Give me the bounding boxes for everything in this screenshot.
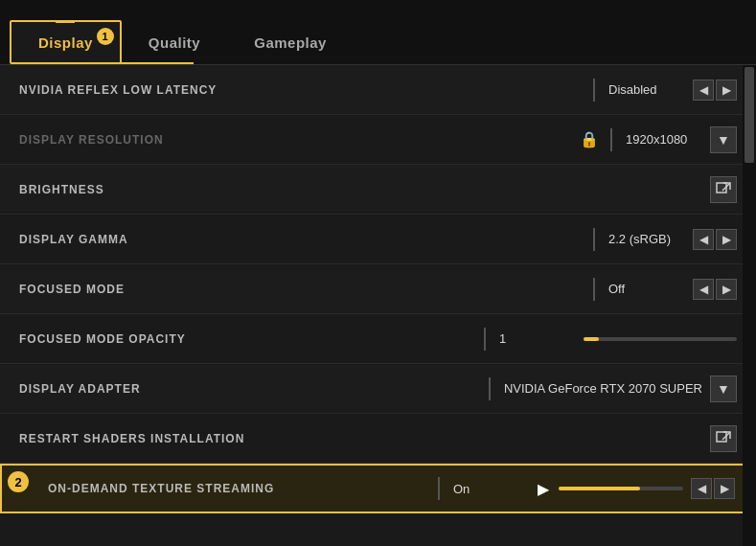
value-display-gamma: 2.2 (sRGB) bbox=[608, 232, 685, 246]
cursor-indicator: ▶ bbox=[538, 480, 549, 498]
setting-display-gamma: DISPLAY GAMMA 2.2 (sRGB) ◀ ▶ bbox=[0, 215, 756, 264]
value-display-resolution: 1920x1080 bbox=[626, 132, 702, 147]
external-icon-brightness[interactable] bbox=[710, 176, 737, 203]
arrow-left-display-gamma[interactable]: ◀ bbox=[693, 229, 714, 250]
separator bbox=[438, 477, 440, 500]
label-focused-mode: FOCUSED MODE bbox=[19, 283, 125, 296]
control-focused-mode: Off ◀ ▶ bbox=[593, 278, 737, 301]
scrollbar[interactable] bbox=[743, 65, 756, 546]
arrow-right-on-demand-texture[interactable]: ▶ bbox=[714, 478, 735, 499]
arrow-right-display-gamma[interactable]: ▶ bbox=[716, 229, 737, 250]
badge-on-demand-texture: 2 bbox=[8, 471, 29, 492]
control-restart-shaders bbox=[710, 425, 737, 452]
value-focused-mode: Off bbox=[608, 282, 685, 296]
setting-restart-shaders: RESTART SHADERS INSTALLATION bbox=[0, 414, 756, 464]
tabs-container: Display 1 Quality Gameplay bbox=[0, 0, 756, 65]
arrow-right-nvidia-reflex[interactable]: ▶ bbox=[716, 80, 737, 101]
label-nvidia-reflex: NVIDIA REFLEX LOW LATENCY bbox=[19, 83, 217, 97]
control-display-adapter: NVIDIA GeForce RTX 2070 SUPER ▼ bbox=[489, 375, 737, 402]
slider-fill bbox=[584, 337, 599, 341]
arrow-left-on-demand-texture[interactable]: ◀ bbox=[691, 478, 712, 499]
label-display-adapter: DISPLAY ADAPTER bbox=[19, 382, 141, 396]
setting-display-resolution: DISPLAY RESOLUTION 🔒 1920x1080 ▼ bbox=[0, 115, 756, 165]
setting-brightness: BRIGHTNESS bbox=[0, 165, 756, 215]
setting-on-demand-texture: 2 ON-DEMAND TEXTURE STREAMING On ▶ ◀ ▶ bbox=[0, 464, 756, 513]
arrows-display-gamma: ◀ ▶ bbox=[693, 229, 737, 250]
separator bbox=[484, 328, 486, 351]
value-nvidia-reflex: Disabled bbox=[608, 82, 685, 97]
slider-on-demand-texture[interactable] bbox=[559, 487, 683, 490]
label-restart-shaders: RESTART SHADERS INSTALLATION bbox=[19, 432, 244, 445]
arrows-focused-mode: ◀ ▶ bbox=[693, 279, 737, 300]
control-focused-mode-opacity: 1 bbox=[484, 328, 737, 351]
external-icon-restart-shaders[interactable] bbox=[710, 425, 737, 452]
separator bbox=[489, 377, 491, 400]
value-focused-mode-opacity: 1 bbox=[499, 331, 576, 346]
arrows-on-demand-texture: ◀ ▶ bbox=[691, 478, 735, 499]
tab-display-label: Display bbox=[38, 34, 93, 51]
tab-display[interactable]: Display 1 bbox=[10, 20, 122, 64]
value-display-adapter: NVIDIA GeForce RTX 2070 SUPER bbox=[504, 381, 702, 396]
tab-gameplay-label: Gameplay bbox=[254, 34, 327, 51]
tab-display-badge: 1 bbox=[97, 28, 114, 45]
control-nvidia-reflex: Disabled ◀ ▶ bbox=[593, 79, 737, 102]
control-on-demand-texture: On ▶ ◀ ▶ bbox=[438, 477, 735, 500]
value-on-demand-texture: On bbox=[453, 482, 530, 496]
tab-quality[interactable]: Quality bbox=[122, 20, 227, 64]
label-display-resolution: DISPLAY RESOLUTION bbox=[19, 133, 164, 147]
setting-nvidia-reflex: NVIDIA REFLEX LOW LATENCY Disabled ◀ ▶ bbox=[0, 65, 756, 115]
separator bbox=[593, 79, 595, 102]
setting-focused-mode: FOCUSED MODE Off ◀ ▶ bbox=[0, 264, 756, 314]
separator bbox=[593, 278, 595, 301]
quality-tab-underline bbox=[107, 62, 194, 64]
label-display-gamma: DISPLAY GAMMA bbox=[19, 233, 128, 246]
separator bbox=[593, 228, 595, 251]
label-focused-mode-opacity: FOCUSED MODE OPACITY bbox=[19, 332, 186, 346]
arrow-left-focused-mode[interactable]: ◀ bbox=[693, 279, 714, 300]
control-brightness bbox=[710, 176, 737, 203]
tab-gameplay[interactable]: Gameplay bbox=[227, 20, 354, 64]
lock-icon: 🔒 bbox=[580, 130, 599, 148]
dropdown-display-adapter[interactable]: ▼ bbox=[710, 375, 737, 402]
dropdown-display-resolution[interactable]: ▼ bbox=[710, 126, 737, 153]
slider-focused-mode-opacity[interactable] bbox=[584, 337, 737, 341]
control-display-resolution: 🔒 1920x1080 ▼ bbox=[580, 126, 737, 153]
label-on-demand-texture: ON-DEMAND TEXTURE STREAMING bbox=[21, 482, 274, 495]
setting-focused-mode-opacity: FOCUSED MODE OPACITY 1 bbox=[0, 314, 756, 364]
setting-display-adapter: DISPLAY ADAPTER NVIDIA GeForce RTX 2070 … bbox=[0, 364, 756, 414]
label-brightness: BRIGHTNESS bbox=[19, 183, 104, 196]
slider-thumb[interactable] bbox=[671, 331, 680, 347]
scrollbar-thumb[interactable] bbox=[745, 67, 754, 163]
arrows-nvidia-reflex: ◀ ▶ bbox=[693, 80, 737, 101]
control-display-gamma: 2.2 (sRGB) ◀ ▶ bbox=[593, 228, 737, 251]
arrow-right-focused-mode[interactable]: ▶ bbox=[716, 279, 737, 300]
arrow-left-nvidia-reflex[interactable]: ◀ bbox=[693, 80, 714, 101]
separator bbox=[610, 128, 612, 151]
settings-list: NVIDIA REFLEX LOW LATENCY Disabled ◀ ▶ D… bbox=[0, 65, 756, 513]
slider-fill-on-demand bbox=[559, 487, 640, 490]
tab-quality-label: Quality bbox=[149, 34, 200, 51]
